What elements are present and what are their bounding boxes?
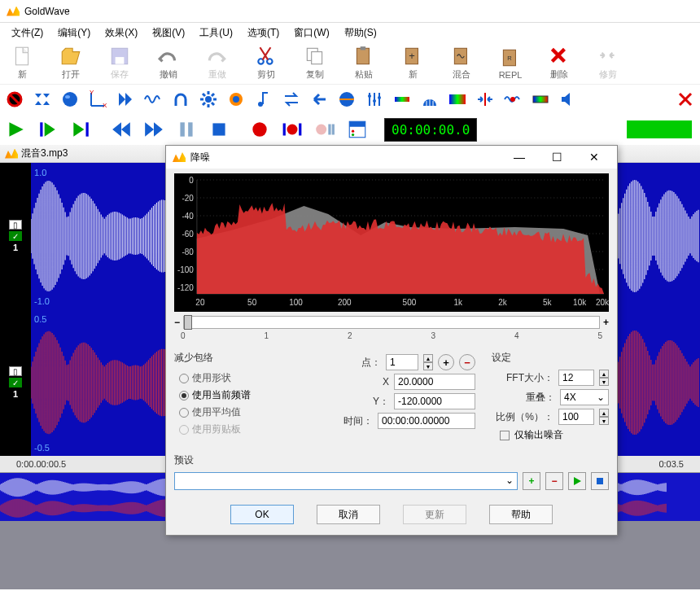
- toolbar-copy-button[interactable]: 复制: [298, 46, 332, 81]
- toolbar-paste-button[interactable]: 粘贴: [347, 46, 381, 81]
- spectrum-bar-icon[interactable]: [392, 90, 412, 109]
- time-input[interactable]: [378, 413, 475, 429]
- gear-icon[interactable]: [199, 90, 218, 109]
- menu-option[interactable]: 选项(T): [241, 24, 286, 42]
- toolbar-new-button[interactable]: 新: [5, 46, 39, 81]
- scale-input[interactable]: [558, 409, 594, 425]
- compress-icon[interactable]: [475, 90, 495, 109]
- radio-clipboard[interactable]: 使用剪贴板: [174, 421, 296, 438]
- cross-icon[interactable]: [676, 90, 695, 109]
- dome-icon[interactable]: [420, 90, 440, 109]
- toolbar-delete-button[interactable]: 删除: [542, 46, 576, 81]
- note-icon[interactable]: [254, 90, 273, 109]
- toolbar-cut-button[interactable]: 剪切: [249, 46, 283, 81]
- toolbar-label: 打开: [62, 68, 80, 81]
- svg-text:2k: 2k: [498, 298, 507, 307]
- update-button[interactable]: 更新: [403, 505, 466, 524]
- preset-stop-icon[interactable]: [591, 472, 609, 490]
- toolbar-label: 粘贴: [355, 68, 373, 81]
- channel-marker[interactable]: ▯: [9, 220, 22, 230]
- uturn-icon[interactable]: [171, 90, 190, 109]
- radio-shape[interactable]: 使用形状: [174, 370, 296, 387]
- preset-combo[interactable]: ⌄: [174, 472, 518, 490]
- minimize-icon[interactable]: —: [503, 147, 536, 167]
- toolbar-save-button[interactable]: 保存: [103, 46, 137, 81]
- preset-add-icon[interactable]: +: [523, 472, 540, 490]
- properties-icon[interactable]: [347, 119, 368, 140]
- doc-logo-icon: [5, 149, 18, 159]
- y-input[interactable]: [394, 393, 475, 409]
- toolbar-mix-button[interactable]: 混合: [444, 46, 479, 81]
- point-spinner[interactable]: ▲▼: [423, 354, 433, 370]
- toolbar-undo-button[interactable]: 撤销: [151, 46, 186, 81]
- radio-current-spectrum[interactable]: 使用当前频谱: [174, 387, 296, 404]
- radio-average[interactable]: 使用平均值: [174, 404, 296, 421]
- rainbow-bar-icon[interactable]: [448, 90, 467, 109]
- pause-icon[interactable]: [176, 119, 197, 140]
- stop-square-icon[interactable]: [208, 119, 230, 140]
- slider-plus-icon[interactable]: +: [603, 317, 609, 328]
- overlap-combo[interactable]: 4X⌄: [560, 389, 609, 405]
- menu-tool[interactable]: 工具(U): [193, 24, 239, 42]
- rewind-icon[interactable]: [111, 119, 132, 140]
- toolbar-trim-button[interactable]: 修剪: [591, 46, 625, 81]
- arrow-left-icon[interactable]: [309, 90, 329, 109]
- record-icon[interactable]: [249, 119, 270, 140]
- menu-help[interactable]: 帮助(S): [338, 24, 383, 42]
- close-icon[interactable]: ✕: [578, 147, 610, 167]
- time-slider[interactable]: − +: [174, 313, 609, 331]
- record-pause-icon[interactable]: [314, 119, 335, 140]
- play-bracket-icon[interactable]: [37, 119, 59, 140]
- maximize-icon[interactable]: ☐: [540, 147, 573, 167]
- help-button[interactable]: 帮助: [489, 505, 553, 524]
- color-gear-icon[interactable]: [226, 90, 246, 109]
- toolbar-repl-button[interactable]: RREPL: [493, 47, 527, 80]
- spectrum-chart[interactable]: 0-20-40 -60-80-100-120 2050100200 5001k2…: [174, 173, 609, 312]
- dialog-titlebar[interactable]: 降噪 — ☐ ✕: [166, 146, 617, 169]
- sphere-icon[interactable]: [60, 90, 80, 109]
- tick: 4: [514, 331, 519, 344]
- circle-split-icon[interactable]: [337, 90, 357, 109]
- fft-input[interactable]: [558, 370, 594, 386]
- color-box-icon[interactable]: [531, 90, 550, 109]
- equalizer-icon[interactable]: [365, 90, 384, 109]
- output-noise-checkbox[interactable]: [500, 431, 510, 440]
- toolbar-redo-button[interactable]: 重做: [200, 46, 234, 81]
- fft-spinner[interactable]: ▲▼: [599, 370, 609, 386]
- ok-button[interactable]: OK: [230, 505, 294, 524]
- toolbar-label: 剪切: [257, 68, 275, 81]
- wave-red-icon[interactable]: [503, 90, 523, 109]
- channel-check-icon[interactable]: ✓: [9, 378, 22, 387]
- preset-remove-icon[interactable]: −: [545, 472, 563, 490]
- x-input[interactable]: [394, 374, 475, 390]
- menu-window[interactable]: 窗口(W): [287, 24, 335, 42]
- point-input[interactable]: [386, 354, 418, 370]
- fastforward-icon[interactable]: [143, 119, 164, 140]
- slider-minus-icon[interactable]: −: [174, 317, 180, 328]
- menu-edit[interactable]: 编辑(Y): [51, 24, 97, 42]
- play-end-icon[interactable]: [70, 119, 91, 140]
- toolbar-pnew-button[interactable]: +新: [396, 46, 430, 81]
- remove-point-icon[interactable]: −: [459, 354, 475, 370]
- wave-icon[interactable]: [143, 90, 163, 109]
- forward-icon[interactable]: [116, 90, 135, 109]
- menu-effect[interactable]: 效果(X): [98, 24, 144, 42]
- y-label: Y：: [373, 395, 389, 409]
- channel-marker[interactable]: ▯: [9, 366, 22, 376]
- channel-check-icon[interactable]: ✓: [9, 231, 22, 241]
- record-bracket-icon[interactable]: [282, 119, 303, 140]
- stop-icon[interactable]: [5, 90, 24, 109]
- cancel-button[interactable]: 取消: [317, 505, 380, 524]
- scale-spinner[interactable]: ▲▼: [599, 409, 609, 425]
- menu-view[interactable]: 视图(V): [146, 24, 191, 42]
- add-point-icon[interactable]: +: [438, 354, 454, 370]
- toolbar-open-button[interactable]: 打开: [54, 46, 88, 81]
- preset-play-icon[interactable]: [568, 472, 586, 490]
- menu-file[interactable]: 文件(Z): [5, 24, 50, 42]
- swap-icon[interactable]: [282, 90, 301, 109]
- play-icon[interactable]: [5, 119, 26, 140]
- speaker-icon[interactable]: [558, 90, 578, 109]
- updown-arrows-icon[interactable]: [33, 90, 52, 109]
- open-icon: [59, 46, 82, 67]
- xy-axis-icon[interactable]: YX: [88, 90, 107, 109]
